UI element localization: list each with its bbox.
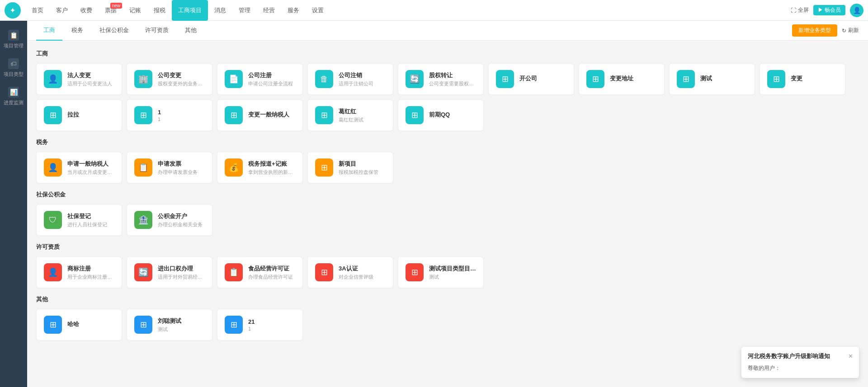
card-gehonghong[interactable]: ⊞ 葛红红 葛红红测试	[307, 99, 393, 131]
nav-ticket[interactable]: 票据 new	[99, 0, 123, 21]
card-ceshi-lx[interactable]: ⊞ 测试项目类型目定义 测试	[398, 256, 484, 288]
vip-button[interactable]: ▶ 畅会员	[813, 5, 845, 15]
card-info: 21 1	[248, 318, 295, 331]
card-spjy-xkz[interactable]: 📋 食品经营许可证 办理食品经营许可证	[217, 256, 303, 288]
nav-home[interactable]: 首页	[25, 0, 50, 21]
card-gsbiangeng[interactable]: 🏢 公司变更 股权变更外的业务变更	[127, 63, 212, 95]
card-info: 拉拉	[67, 111, 114, 120]
card-jckq[interactable]: 🔄 进出口权办理 适用于对外贸易经营者	[127, 256, 212, 288]
project-type-icon: 🏷	[8, 58, 19, 69]
card-3a-rz[interactable]: ⊞ 3A认证 对企业信誉评级	[307, 256, 393, 288]
sidebar-item-progress[interactable]: 📊 进度监测	[0, 82, 27, 111]
card-haha[interactable]: ⊞ 哈哈	[36, 309, 122, 340]
card-info: 法人变更 适用于公司变更法人	[67, 71, 114, 87]
card-icon: ⊞	[134, 106, 152, 124]
card-icon: ⊞	[767, 70, 785, 88]
card-swbaodao[interactable]: 💰 税务报道+记账 拿到营业执照的新公司	[217, 152, 303, 183]
card-one[interactable]: ⊞ 1 1	[127, 99, 212, 131]
card-info: 进出口权办理 适用于对外贸易经营者	[158, 265, 205, 280]
add-type-button[interactable]: 新增业务类型	[792, 24, 837, 37]
card-info: 开公司	[519, 75, 566, 84]
top-nav: ✦ 首页 客户 收费 票据 new 记账 报税 工商项目 消息 管理	[0, 0, 868, 21]
card-icon: ⊞	[225, 106, 243, 124]
card-info: 前期QQ	[429, 111, 476, 120]
vip-icon: ▶	[818, 7, 823, 13]
nav-fee[interactable]: 收费	[74, 0, 99, 21]
card-liucong-test[interactable]: ⊞ 刘聪测试 测试	[127, 309, 212, 340]
card-qianqiQQ[interactable]: ⊞ 前期QQ	[398, 99, 484, 131]
card-icon: 🔄	[406, 70, 424, 88]
card-info: 刘聪测试 测试	[158, 317, 205, 333]
card-info: 公积金开户 办理公积金相关业务	[158, 212, 205, 228]
tab-shebao[interactable]: 社保公积金	[92, 21, 136, 41]
nav-tax[interactable]: 报税	[147, 0, 172, 21]
card-gqzhuanrang[interactable]: 🔄 股权转让 公司变更需要股权转让	[398, 63, 484, 95]
card-info: 食品经营许可证 办理食品经营许可证	[248, 265, 295, 280]
nav-operate[interactable]: 经营	[257, 0, 281, 21]
card-kaigongsi[interactable]: ⊞ 开公司	[488, 63, 574, 95]
nav-gongshang[interactable]: 工商项目	[172, 0, 208, 21]
card-icon: 🏢	[134, 70, 152, 88]
notification-close-button[interactable]: ×	[849, 352, 853, 360]
tab-shuiwu[interactable]: 税务	[64, 21, 90, 41]
card-icon: ⊞	[44, 316, 62, 334]
card-gjj-kaihu[interactable]: 🏦 公积金开户 办理公积金相关业务	[127, 204, 212, 236]
card-shebao-dengji[interactable]: 🛡 社保登记 进行人员社保登记	[36, 204, 122, 236]
card-info: 公司变更 股权变更外的业务变更	[158, 71, 205, 87]
card-biangeng-yibanns[interactable]: ⊞ 变更一般纳税人	[217, 99, 303, 131]
card-sqyibanns[interactable]: 👤 申请一般纳税人 当月或次月成变更完成	[36, 152, 122, 183]
section-shuiwu-title: 税务	[36, 138, 859, 146]
card-shangbiaozc[interactable]: 👤 商标注册 用于企业商标注册服务	[36, 256, 122, 288]
card-icon: 👤	[44, 263, 62, 281]
tab-xuke[interactable]: 许可资质	[138, 21, 176, 41]
card-info: 股权转让 公司变更需要股权转让	[429, 71, 476, 87]
section-xuke-title: 许可资质	[36, 243, 859, 251]
card-info: 申请发票 办理申请发票业务	[158, 160, 205, 176]
nav-manage[interactable]: 管理	[232, 0, 257, 21]
avatar-icon: 👤	[853, 7, 861, 14]
card-info: 变更	[791, 75, 838, 84]
refresh-button[interactable]: ↻ 刷新	[842, 27, 859, 34]
card-lala[interactable]: ⊞ 拉拉	[36, 99, 122, 131]
notification-content: 尊敬的用户：	[748, 364, 853, 373]
nav-service[interactable]: 服务	[281, 0, 306, 21]
sidebar-item-project-type[interactable]: 🏷 项目类型	[0, 54, 27, 82]
fullscreen-icon: ⛶	[791, 7, 796, 14]
card-icon: ⊞	[315, 159, 333, 177]
card-biangeng[interactable]: ⊞ 变更	[760, 63, 845, 95]
tab-qita[interactable]: 其他	[178, 21, 204, 41]
card-info: 变更地址	[610, 75, 657, 84]
card-fazrenbiangeng[interactable]: 👤 法人变更 适用于公司变更法人	[36, 63, 122, 95]
card-icon: 🔄	[134, 263, 152, 281]
fullscreen-button[interactable]: ⛶ 全屏	[791, 6, 809, 14]
card-icon: 📋	[225, 263, 243, 281]
card-icon: 🛡	[44, 211, 62, 229]
nav-bookkeeping[interactable]: 记账	[123, 0, 147, 21]
card-21[interactable]: ⊞ 21 1	[217, 309, 303, 340]
card-ceshi[interactable]: ⊞ 测试	[669, 63, 755, 95]
card-xinxiangmu[interactable]: ⊞ 新项目 报税加税控盘保管	[307, 152, 393, 183]
sidebar-item-project-manage[interactable]: 📋 项目管理	[0, 25, 27, 54]
nav-settings[interactable]: 设置	[306, 0, 330, 21]
refresh-icon: ↻	[842, 28, 846, 34]
card-icon: ⊞	[677, 70, 695, 88]
card-info: 变更一般纳税人	[248, 111, 295, 120]
tab-bar: 工商 税务 社保公积金 许可资质 其他 新增业务类型 ↻ 刷新	[27, 21, 868, 41]
card-gszuce[interactable]: 📄 公司注册 申请公司注册全流程	[217, 63, 303, 95]
sidebar-item-label: 进度监测	[4, 99, 24, 106]
card-gszuxiao[interactable]: 🗑 公司注销 适用于注销公司	[307, 63, 393, 95]
card-info: 1 1	[158, 109, 205, 122]
card-biangengdizhi[interactable]: ⊞ 变更地址	[579, 63, 665, 95]
sidebar-item-label: 项目管理	[4, 42, 24, 49]
card-icon: ⊞	[406, 263, 424, 281]
nav-customer[interactable]: 客户	[50, 0, 74, 21]
card-info: 社保登记 进行人员社保登记	[67, 212, 114, 228]
card-icon: ⊞	[225, 316, 243, 334]
nav-message[interactable]: 消息	[208, 0, 232, 21]
user-avatar[interactable]: 👤	[850, 4, 863, 17]
card-icon: 👤	[44, 159, 62, 177]
card-sqfapiao[interactable]: 📋 申请发票 办理申请发票业务	[127, 152, 212, 183]
card-info: 公司注册 申请公司注册全流程	[248, 71, 295, 87]
card-info: 新项目 报税加税控盘保管	[339, 160, 386, 176]
tab-gongshang[interactable]: 工商	[36, 21, 62, 41]
